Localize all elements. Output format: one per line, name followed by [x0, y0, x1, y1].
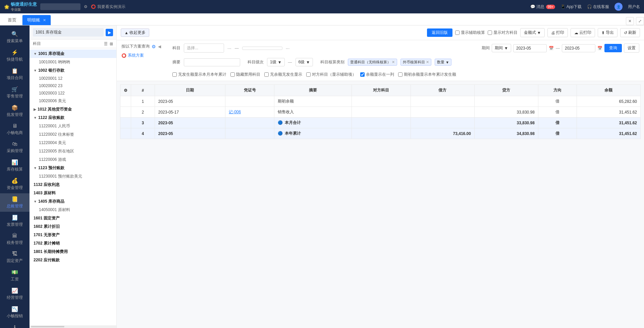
export-btn[interactable]: ⬆ 导出 — [598, 28, 618, 37]
sidebar-item-ecommerce[interactable]: 🖥 小畅电商 — [0, 120, 30, 138]
tree-item-1405[interactable]: ▼ 1405 库存商品 — [30, 197, 116, 206]
cb-opposite[interactable]: 对方科目（显示辅助项） — [306, 72, 356, 77]
summary-input[interactable] — [184, 58, 240, 66]
filter-arrow-icon[interactable]: ◀ — [158, 44, 161, 49]
filter-dots-1[interactable]: ··· — [227, 46, 231, 51]
filter-dots-2[interactable]: ··· — [286, 46, 290, 51]
tree-item-10020006[interactable]: 10020006 美元 — [30, 97, 116, 105]
sidebar-item-tax[interactable]: 🏛 税务管理 — [0, 230, 30, 248]
tree-item-1012[interactable]: ▶ 1012 其他货币资金 — [30, 105, 116, 114]
sidebar-item-basic[interactable]: ℹ 基础信息 — [0, 322, 30, 328]
account-selector[interactable]: 1001 库存现金 — [33, 28, 104, 37]
return-old-btn[interactable]: 返回旧版 — [427, 28, 452, 37]
sidebar-item-ledger[interactable]: 📒 总账管理 — [0, 193, 30, 212]
sidebar-item-search[interactable]: 🔍 搜索菜单 — [0, 28, 30, 47]
filter-tag-close-1[interactable]: ✕ — [392, 60, 395, 64]
tree-item-1601[interactable]: 1601 固定资产 — [30, 214, 116, 222]
show-opposite-checkbox[interactable]: 显示对方科目 — [488, 30, 518, 36]
sidebar-item-capital[interactable]: 💰 资金管理 — [0, 175, 30, 193]
tab-detail[interactable]: 明细账 ✕ — [22, 15, 51, 25]
row-voucher[interactable]: 记-006 — [225, 107, 274, 118]
tab-home[interactable]: 首页 — [3, 15, 21, 25]
tree-item-2202[interactable]: 2202 应付账款 — [30, 256, 116, 264]
message-btn[interactable]: 💬 消息 99+ — [530, 4, 555, 10]
tree-item-1132[interactable]: 1132 应收利息 — [30, 181, 116, 189]
tree-item-11220004[interactable]: 11220004 美元 — [30, 139, 116, 147]
tree-item-10020003[interactable]: 10020003 122 — [30, 89, 116, 97]
period-cal-icon-2[interactable]: 📅 — [597, 46, 602, 51]
level-from-select[interactable]: 1级▼ — [267, 58, 285, 66]
cb-no-balance[interactable]: 无余额无发生显示 — [264, 72, 302, 77]
app-download-btn[interactable]: 📱 App下载 — [560, 4, 582, 10]
tree-item-11220006[interactable]: 11220006 游戏 — [30, 155, 116, 164]
refresh-btn[interactable]: ↺ 刷新 — [620, 28, 640, 37]
tree-item-1801[interactable]: 1801 长期待摊费用 — [30, 248, 116, 256]
tree-item-1123[interactable]: ▼ 1123 预付账款 — [30, 164, 116, 172]
tree-item-14050001[interactable]: 14050001 原材料 — [30, 206, 116, 214]
account-nav-btn[interactable]: ▶ — [106, 29, 113, 36]
tab-detail-close[interactable]: ✕ — [43, 18, 46, 22]
sidebar-item-assets[interactable]: 🏗 固定资产 — [0, 248, 30, 266]
filter-row-1: 科目 选择... ··· — ··· 期间 — [172, 44, 639, 53]
close-panel-btn[interactable]: ✕ — [626, 17, 634, 25]
row-date: 2023-05 — [155, 96, 225, 107]
cb-balance-col[interactable]: 余额显示在一列 — [360, 72, 394, 77]
sidebar-item-contract[interactable]: 📋 项目合同 — [0, 65, 30, 83]
print-btn[interactable]: 🖨 打印 — [547, 28, 568, 37]
tree-item-1001[interactable]: ▼ 1001 库存现金 — [30, 50, 116, 58]
ledger-icon: 📒 — [11, 196, 18, 202]
period-cal-icon[interactable]: 📅 — [549, 46, 554, 51]
sidebar-item-purchase[interactable]: 🛍 采购管理 — [0, 138, 30, 156]
account-filter-input-2[interactable] — [242, 47, 282, 50]
sidebar-label-capital: 资金管理 — [7, 185, 23, 191]
tree-item-11230001[interactable]: 11230001 预付账款美元 — [30, 172, 116, 181]
system-scheme-btn[interactable]: ⭕ 系统方案 — [121, 51, 168, 60]
sidebar-item-inventory[interactable]: 📊 库存核算 — [0, 156, 30, 175]
tree-item-1122[interactable]: ▼ 1122 应收账款 — [30, 114, 116, 122]
expand-panel-btn[interactable]: ⤢ — [636, 17, 644, 25]
col-settings[interactable]: ⚙ — [120, 85, 131, 96]
account-filter-input[interactable]: 选择... — [184, 44, 224, 53]
sidebar-item-salary[interactable]: 💵 工资 — [0, 266, 30, 285]
user-avatar[interactable]: 👤 — [614, 3, 623, 11]
tree-item-11220002[interactable]: 11220002 往来标签 — [30, 130, 116, 139]
period-from-input[interactable]: 2023-05 — [513, 44, 547, 52]
row-num: 4 — [131, 128, 155, 139]
tree-item-1701[interactable]: 1701 无形资产 — [30, 231, 116, 239]
tree-item-11220001[interactable]: 11220001 人民币 — [30, 122, 116, 130]
sidebar-item-retail[interactable]: 🛒 零售管理 — [0, 83, 30, 102]
top-search-input[interactable] — [40, 3, 80, 10]
filter-settings-icon[interactable]: ⚙ — [152, 44, 156, 49]
tree-item-1002[interactable]: ▼ 1002 银行存款 — [30, 66, 116, 75]
settings-icon[interactable]: ⚙ — [84, 4, 88, 9]
settings-btn[interactable]: 设置 — [624, 44, 639, 53]
cb-opening[interactable]: 期初余额显示本年累计发生额 — [398, 72, 456, 77]
sidebar-item-biz[interactable]: 📈 经营管理 — [0, 285, 30, 303]
tree-view-icon[interactable]: ⊞ — [110, 42, 113, 46]
tree-item-1403[interactable]: 1403 原材料 — [30, 189, 116, 197]
sidebar-item-report[interactable]: 📉 小畅报销 — [0, 303, 30, 322]
cb-hide-disabled[interactable]: 隐藏禁用科目 — [230, 72, 260, 77]
sidebar-item-invoice[interactable]: 🧾 发票管理 — [0, 212, 30, 230]
period-type-select[interactable]: 期间▼ — [492, 44, 511, 52]
expand-more-btn[interactable]: ▲ 收起更多 — [121, 28, 149, 37]
format-btn[interactable]: 金额式 ▼ — [520, 28, 545, 37]
sidebar-item-nav[interactable]: ⚡ 快捷导航 — [0, 47, 30, 65]
tree-item-10020001[interactable]: 10020001 12 — [30, 75, 116, 82]
sidebar-item-wholesale[interactable]: 📦 批发管理 — [0, 102, 30, 120]
tree-item-10020002[interactable]: 10020002 23 — [30, 82, 116, 89]
list-view-icon[interactable]: ☰ — [104, 42, 108, 46]
tree-item-11220005[interactable]: 11220005 所在地区 — [30, 147, 116, 155]
period-to-input[interactable]: 2023-05 — [562, 44, 595, 52]
tree-item-1702[interactable]: 1702 累计摊销 — [30, 239, 116, 248]
online-service-btn[interactable]: 🎧 在线客服 — [587, 4, 609, 10]
cloud-print-btn[interactable]: ☁ 云打印 — [571, 28, 595, 37]
filter-tag-close-2[interactable]: ✕ — [426, 60, 429, 64]
demo-btn[interactable]: ⭕ 我要看实例演示 — [91, 4, 125, 10]
tree-item-1602[interactable]: 1602 累计折旧 — [30, 222, 116, 231]
cb-no-amount[interactable]: 无发生额显示本月本年累计 — [172, 72, 226, 77]
show-aux-checkbox[interactable]: 显示辅助核算 — [455, 30, 485, 36]
level-to-select[interactable]: 6级▼ — [296, 58, 313, 66]
query-btn[interactable]: 查询 — [604, 44, 622, 52]
tree-item-10010001[interactable]: 10010001 哟哟哟 — [30, 58, 116, 66]
